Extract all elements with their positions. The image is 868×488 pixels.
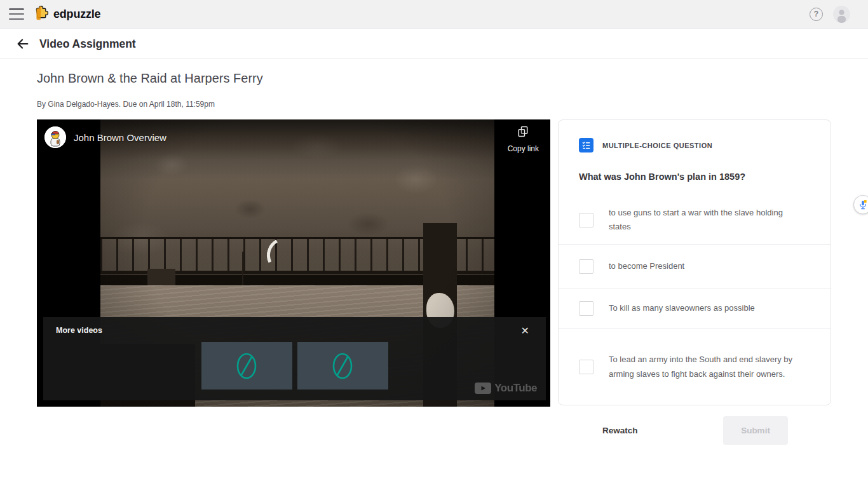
menu-icon[interactable] — [9, 8, 24, 20]
video-title[interactable]: John Brown Overview — [74, 132, 166, 143]
answer-option-label: to use guns to start a war with the slav… — [609, 206, 807, 234]
copy-icon — [517, 125, 529, 140]
submit-button[interactable]: Submit — [723, 416, 788, 445]
youtube-play-icon — [475, 383, 491, 394]
blocked-icon — [233, 351, 260, 381]
copy-link-label: Copy link — [508, 144, 539, 153]
answer-checkbox[interactable] — [579, 301, 593, 316]
microphone-icon — [857, 198, 868, 211]
suggested-videos-row — [43, 342, 546, 390]
youtube-wordmark: YouTube — [494, 382, 537, 395]
answer-checkbox[interactable] — [579, 360, 593, 374]
edpuzzle-puzzle-icon — [33, 4, 50, 24]
brand-name: edpuzzle — [53, 8, 100, 21]
answer-options: to use guns to start a war with the slav… — [559, 196, 831, 405]
rewatch-button[interactable]: Rewatch — [602, 426, 638, 435]
multiple-choice-icon — [579, 138, 593, 152]
answer-option-label: To lead an army into the South and end s… — [609, 353, 807, 381]
top-bar: edpuzzle ? — [0, 0, 868, 29]
page: edpuzzle ? Video Assignment John Brown &… — [0, 0, 868, 488]
user-avatar[interactable] — [833, 6, 850, 23]
youtube-logo[interactable]: YouTube — [475, 382, 537, 395]
assignment-byline: By Gina Delgado-Hayes. Due on April 18th… — [37, 100, 215, 109]
video-player[interactable]: John Brown Overview Copy link More video… — [37, 119, 550, 407]
blocked-icon — [329, 351, 356, 381]
assignment-title: John Brown & the Raid at Harpers Ferry — [37, 71, 263, 86]
question-type-label: MULTIPLE-CHOICE QUESTION — [602, 142, 712, 149]
answer-option-label: To kill as many slaveowners as possible — [609, 301, 755, 315]
suggested-video-thumbnail[interactable] — [297, 342, 388, 390]
brand-logo[interactable]: edpuzzle — [33, 4, 100, 24]
answer-checkbox[interactable] — [579, 213, 593, 227]
more-videos-overlay: More videos ✕ — [43, 317, 546, 400]
microphone-widget[interactable] — [853, 195, 868, 214]
back-arrow-icon[interactable] — [15, 36, 31, 51]
answer-option[interactable]: to use guns to start a war with the slav… — [559, 196, 831, 244]
question-actions: Rewatch Submit — [558, 416, 831, 445]
close-icon[interactable]: ✕ — [519, 323, 532, 339]
answer-option[interactable]: To kill as many slaveowners as possible — [559, 288, 831, 329]
page-title: Video Assignment — [39, 37, 136, 51]
more-videos-label: More videos — [56, 326, 102, 335]
help-icon[interactable]: ? — [810, 8, 823, 21]
copy-link-button[interactable]: Copy link — [508, 125, 539, 153]
answer-option[interactable]: to become President — [559, 244, 831, 288]
page-header: Video Assignment — [0, 29, 868, 59]
channel-info[interactable]: John Brown Overview — [44, 126, 166, 148]
channel-avatar[interactable] — [44, 126, 66, 148]
answer-option[interactable]: To lead an army into the South and end s… — [559, 329, 831, 405]
question-text: What was John Brown's plan in 1859? — [579, 172, 810, 182]
answer-checkbox[interactable] — [579, 259, 593, 274]
suggested-video-thumbnail[interactable] — [201, 342, 292, 390]
question-card: MULTIPLE-CHOICE QUESTION What was John B… — [558, 119, 831, 405]
answer-option-label: to become President — [609, 259, 684, 273]
